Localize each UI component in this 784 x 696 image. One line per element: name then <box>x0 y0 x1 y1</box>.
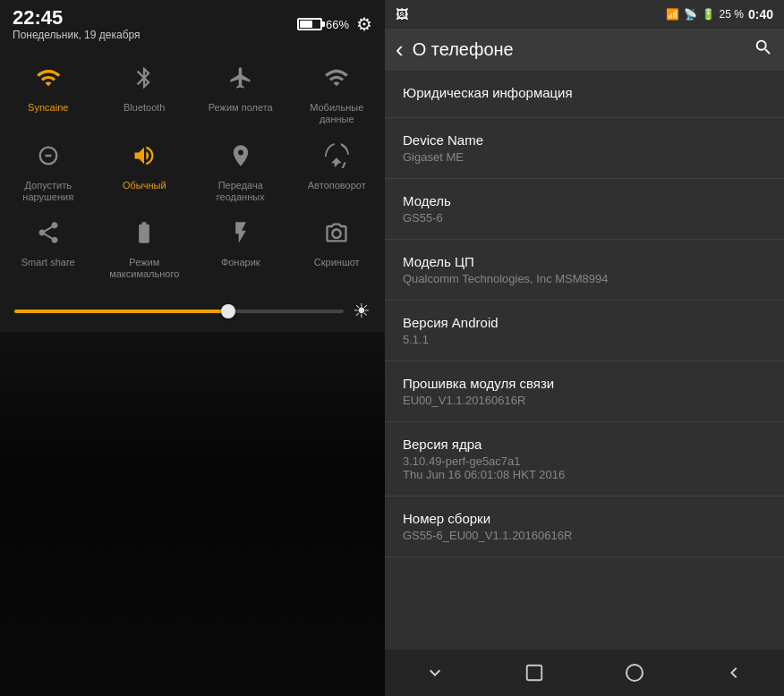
brightness-fill <box>14 310 228 313</box>
settings-item-title: Юридическая информация <box>403 85 766 100</box>
battery-status-icon: 🔋 <box>702 8 715 21</box>
left-panel: 22:45 Понедельник, 19 декабря 66% ⚙ Sync… <box>0 0 385 696</box>
settings-item-model[interactable]: Модель GS55-6 <box>385 179 784 240</box>
settings-item-value: Gigaset ME <box>403 150 766 164</box>
qs-flashlight[interactable]: Фонарик <box>196 210 285 280</box>
settings-item-legal[interactable]: Юридическая информация <box>385 71 784 118</box>
photo-icon: 🖼 <box>396 7 408 21</box>
status-icons-right: 📶 📡 🔋 25 % 0:40 <box>666 7 773 21</box>
qs-location-label: Передача геоданных <box>196 180 285 203</box>
settings-list: Юридическая информация Device Name Gigas… <box>385 71 784 649</box>
qs-rotate[interactable]: Автоповорот <box>292 133 381 203</box>
status-time-right: 0:40 <box>748 7 773 21</box>
settings-item-device-name[interactable]: Device Name Gigaset ME <box>385 118 784 179</box>
batterymax-icon <box>122 210 166 255</box>
qs-mobiledata-label: Мобильные данные <box>292 102 381 125</box>
qs-share[interactable]: Smart share <box>4 210 93 280</box>
qs-row-2: Допустить нарушения Обычный Передача гео… <box>0 130 385 207</box>
qs-share-label: Smart share <box>21 257 75 268</box>
qs-flashlight-label: Фонарик <box>221 257 260 268</box>
brightness-thumb[interactable] <box>221 304 235 318</box>
wallpaper-area <box>0 332 385 696</box>
wifi-status-icon: 📶 <box>666 8 679 21</box>
qs-batterymax-label: Режим максимального <box>99 257 189 280</box>
settings-item-value: Qualcomm Technologies, Inc MSM8994 <box>403 272 766 285</box>
settings-item-title: Прошивка модуля связи <box>403 376 766 391</box>
battery-fill <box>300 21 313 28</box>
brightness-sun-icon: ☀ <box>353 300 371 323</box>
qs-wifi[interactable]: Syncaine <box>4 55 93 125</box>
settings-item-value: 3.10.49-perf-ge5ac7a1 Thu Jun 16 06:01:0… <box>403 454 766 481</box>
nav-home-button[interactable] <box>608 657 661 689</box>
settings-item-title: Модель <box>403 193 766 208</box>
qs-screenshot[interactable]: Скриншот <box>292 210 381 280</box>
settings-item-title: Версия ядра <box>403 437 766 452</box>
settings-item-kernel[interactable]: Версия ядра 3.10.49-perf-ge5ac7a1 Thu Ju… <box>385 422 784 497</box>
qs-screenshot-label: Скриншот <box>314 257 360 268</box>
mobiledata-icon <box>314 55 359 100</box>
settings-item-cpu[interactable]: Модель ЦП Qualcomm Technologies, Inc MSM… <box>385 240 784 301</box>
brightness-row: ☀ <box>0 291 385 332</box>
qs-row-3: Smart share Режим максимального Фонарик <box>0 207 385 284</box>
settings-gear-icon[interactable]: ⚙ <box>356 13 372 35</box>
qs-row-1: Syncaine Bluetooth Режим полета <box>0 52 385 129</box>
battery-percent: 66% <box>326 18 349 31</box>
share-icon <box>26 210 71 255</box>
wifi-icon <box>26 55 71 100</box>
settings-item-title: Device Name <box>403 132 766 148</box>
qs-rotate-label: Автоповорот <box>308 180 366 191</box>
page-title: О телефоне <box>413 39 745 60</box>
status-bar-left: 22:45 Понедельник, 19 декабря 66% ⚙ <box>0 0 385 45</box>
right-panel: 🖼 📶 📡 🔋 25 % 0:40 ‹ О телефоне Юридическ… <box>385 0 784 696</box>
flashlight-icon <box>218 210 263 255</box>
qs-dnd[interactable]: Допустить нарушения <box>4 133 93 203</box>
svg-rect-1 <box>527 666 542 681</box>
screenshot-icon <box>314 210 359 255</box>
settings-item-value: EU00_V1.1.20160616R <box>403 394 766 407</box>
qs-volume[interactable]: Обычный <box>99 133 189 203</box>
settings-item-value: 5.1.1 <box>403 333 766 346</box>
quick-settings-panel: Syncaine Bluetooth Режим полета <box>0 45 385 291</box>
nav-recents-button[interactable] <box>507 657 561 689</box>
back-button[interactable]: ‹ <box>396 36 404 64</box>
airplane-icon <box>218 55 263 100</box>
right-header: ‹ О телефоне <box>385 29 784 71</box>
navigation-bar <box>385 649 784 696</box>
settings-item-value: GS55-6 <box>403 211 766 225</box>
volume-icon <box>122 133 166 178</box>
location-icon <box>218 133 263 178</box>
qs-airplane[interactable]: Режим полета <box>196 55 285 125</box>
qs-dnd-label: Допустить нарушения <box>4 180 93 203</box>
search-icon[interactable] <box>754 38 773 62</box>
clock-time: 22:45 <box>13 7 141 29</box>
settings-item-baseband[interactable]: Прошивка модуля связи EU00_V1.1.20160616… <box>385 361 784 422</box>
qs-bluetooth-label: Bluetooth <box>124 102 165 114</box>
settings-item-android[interactable]: Версия Android 5.1.1 <box>385 301 784 361</box>
settings-item-title: Версия Android <box>403 315 766 330</box>
nav-chevron-down[interactable] <box>408 657 462 689</box>
settings-item-build[interactable]: Номер сборки GS55-6_EU00_V1.1.20160616R <box>385 497 784 557</box>
settings-item-title: Номер сборки <box>403 511 766 526</box>
battery-indicator: 66% <box>297 18 349 31</box>
rotate-icon <box>314 133 359 178</box>
qs-bluetooth[interactable]: Bluetooth <box>99 55 189 125</box>
bluetooth-icon <box>122 55 166 100</box>
battery-status-text: 25 % <box>720 8 744 21</box>
signal-status-icon: 📡 <box>684 8 697 21</box>
battery-icon <box>297 18 322 30</box>
status-bar-right: 🖼 📶 📡 🔋 25 % 0:40 <box>385 0 784 29</box>
qs-volume-label: Обычный <box>123 180 166 191</box>
qs-location[interactable]: Передача геоданных <box>196 133 285 203</box>
settings-item-value: GS55-6_EU00_V1.1.20160616R <box>403 529 766 542</box>
qs-batterymax[interactable]: Режим максимального <box>99 210 189 280</box>
settings-item-title: Модель ЦП <box>403 254 766 269</box>
dnd-icon <box>26 133 71 178</box>
qs-mobiledata[interactable]: Мобильные данные <box>292 55 381 125</box>
qs-airplane-label: Режим полета <box>209 102 273 114</box>
brightness-slider[interactable] <box>14 310 344 313</box>
nav-back-button[interactable] <box>707 657 761 689</box>
time-block: 22:45 Понедельник, 19 декабря <box>13 7 141 41</box>
battery-settings: 66% ⚙ <box>297 13 372 35</box>
svg-point-2 <box>626 665 643 681</box>
qs-wifi-label: Syncaine <box>28 102 68 114</box>
